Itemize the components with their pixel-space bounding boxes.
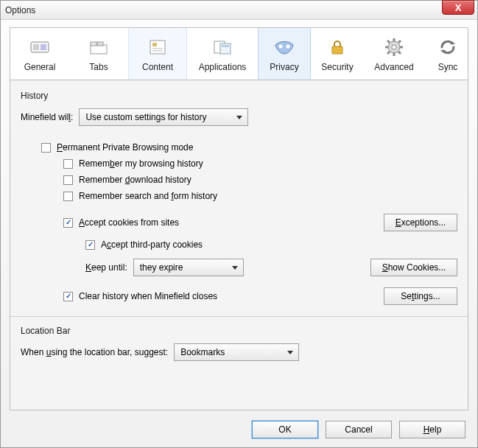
remember-download-row: Remember download history — [63, 175, 457, 185]
privacy-panel: History Minefield will: Use custom setti… — [10, 80, 468, 410]
clear-on-close-row: Clear history when Minefield closes Sett… — [21, 285, 457, 307]
help-under: Help — [423, 424, 442, 435]
remember-download-label: Remember download history — [79, 175, 191, 185]
show-cookies-button[interactable]: Show Cookies... — [370, 259, 457, 276]
accept-cookies-label: Accept cookies from sites — [79, 217, 179, 228]
clear-on-close-checkbox[interactable] — [63, 292, 73, 301]
gear-icon — [382, 35, 406, 59]
remember-browsing-row: Remember my browsing history — [63, 158, 457, 169]
permanent-pb-label: Permanent Private Browsing mode — [57, 142, 193, 153]
keep-until-row: Keep until: they expire Show Cookies... — [21, 256, 457, 279]
accept-third-checkbox[interactable] — [85, 240, 95, 250]
show-cookies-under: Show Cookies... — [382, 262, 446, 273]
svg-point-14 — [287, 45, 290, 49]
close-icon: X — [455, 2, 462, 13]
clear-on-close-label: Clear history when Minefield closes — [79, 291, 217, 301]
accept-cookies-row: Accept cookies from sites Exceptions... — [21, 211, 457, 234]
suggest-value: Bookmarks — [180, 347, 225, 357]
svg-rect-1 — [33, 44, 39, 50]
accept-third-row: Accept third-party cookies — [85, 239, 457, 250]
remember-download-checkbox[interactable] — [63, 175, 73, 185]
tab-applications[interactable]: Applications — [187, 28, 258, 80]
options-window: Options X General Tabs Content — [0, 0, 478, 448]
applications-icon — [211, 35, 234, 59]
svg-line-22 — [387, 41, 390, 43]
svg-rect-3 — [91, 45, 107, 54]
mask-icon — [273, 35, 296, 59]
close-button[interactable]: X — [442, 0, 474, 15]
suggest-label: When using the location bar, suggest: — [21, 347, 168, 357]
accept-third-label: Accept third-party cookies — [101, 239, 203, 250]
svg-point-13 — [279, 45, 283, 49]
tabs-icon — [87, 35, 110, 59]
separator — [10, 316, 468, 317]
sync-icon — [436, 35, 460, 59]
svg-rect-7 — [152, 43, 157, 46]
dialog-footer: OK Cancel Help — [10, 410, 468, 438]
ok-button[interactable]: OK — [252, 421, 318, 438]
svg-line-23 — [398, 52, 401, 54]
history-mode-select[interactable]: Use custom settings for history — [79, 108, 248, 126]
svg-rect-6 — [150, 41, 165, 54]
remember-form-checkbox[interactable] — [63, 192, 73, 201]
client-area: General Tabs Content Applications — [1, 20, 477, 447]
content-icon — [146, 35, 169, 59]
settings-under: Settings... — [401, 291, 440, 301]
locationbar-group-label: Location Bar — [21, 326, 457, 336]
keep-until-value: they expire — [140, 262, 183, 273]
remember-form-row: Remember search and form history — [63, 191, 457, 201]
tab-privacy[interactable]: Privacy — [258, 28, 311, 80]
permanent-pb-row: Permanent Private Browsing mode — [41, 142, 457, 153]
settings-button[interactable]: Settings... — [384, 287, 457, 305]
help-button[interactable]: Help — [399, 421, 465, 438]
titlebar: Options X — [1, 1, 477, 20]
tab-label: Privacy — [270, 62, 298, 72]
svg-rect-15 — [332, 46, 342, 54]
tab-label: Content — [142, 62, 173, 72]
permanent-pb-checkbox[interactable] — [41, 143, 51, 153]
history-mode-row: Minefield will: Use custom settings for … — [21, 108, 457, 126]
accept-cookies-checkbox[interactable] — [63, 218, 73, 228]
history-will-label: Minefield will: — [21, 112, 73, 122]
remember-browsing-label: Remember my browsing history — [79, 158, 203, 169]
tab-content[interactable]: Content — [128, 28, 187, 80]
svg-line-25 — [387, 52, 390, 54]
remember-form-label: Remember search and form history — [79, 191, 217, 201]
tab-label: General — [24, 62, 56, 72]
exceptions-button[interactable]: Exceptions... — [384, 214, 457, 231]
remember-browsing-checkbox[interactable] — [63, 159, 73, 169]
suggest-select[interactable]: Bookmarks — [174, 343, 299, 361]
tab-label: Sync — [438, 62, 458, 72]
tab-label: Tabs — [89, 62, 108, 72]
tab-label: Advanced — [374, 62, 413, 72]
exceptions-under: Exceptions... — [396, 217, 446, 228]
svg-rect-5 — [97, 42, 103, 46]
keep-until-select[interactable]: they expire — [133, 259, 244, 276]
tab-general[interactable]: General — [10, 28, 69, 80]
category-tabs: General Tabs Content Applications — [10, 27, 468, 80]
tab-sync[interactable]: Sync — [424, 28, 471, 80]
tab-security[interactable]: Security — [311, 28, 364, 80]
svg-point-17 — [392, 45, 396, 49]
tab-advanced[interactable]: Advanced — [364, 28, 424, 80]
svg-rect-2 — [41, 44, 46, 50]
svg-rect-4 — [91, 42, 96, 46]
history-group-label: History — [21, 91, 457, 101]
svg-line-24 — [398, 41, 401, 43]
keep-until-label: Keep until: — [85, 262, 127, 273]
tab-tabs[interactable]: Tabs — [69, 28, 128, 80]
tab-label: Security — [321, 62, 353, 72]
cancel-button[interactable]: Cancel — [326, 421, 392, 438]
tab-label: Applications — [199, 62, 247, 72]
history-mode-value: Use custom settings for history — [85, 112, 206, 122]
suggest-row: When using the location bar, suggest: Bo… — [21, 343, 457, 361]
svg-rect-12 — [222, 45, 229, 47]
lock-icon — [326, 35, 349, 59]
switch-icon — [28, 35, 52, 59]
window-title: Options — [5, 5, 35, 15]
